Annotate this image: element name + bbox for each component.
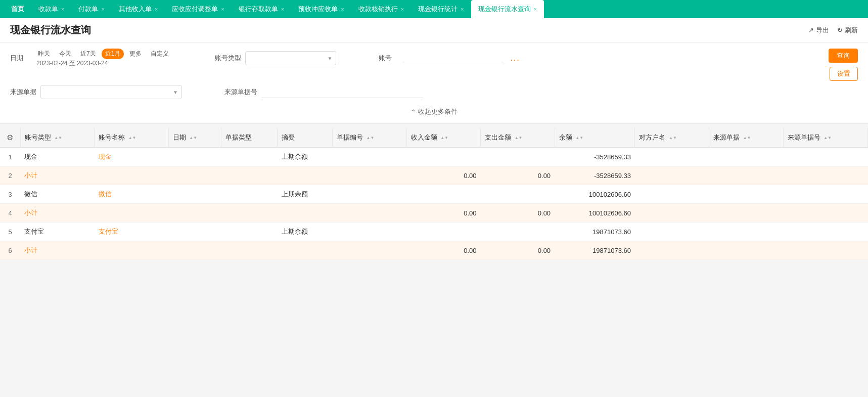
nav-tab-fukuan[interactable]: 付款单 × [71,0,111,18]
sort-icons[interactable]: ▲▼ [824,136,832,140]
td-doc-type [221,204,278,223]
th-account-name-label: 账号名称 [99,134,125,141]
td-balance: 100102606.60 [555,204,635,223]
th-source-doc: 来源单据 ▲▼ [709,128,784,148]
close-icon[interactable]: × [461,0,464,18]
td-id: 2 [0,166,20,185]
collapse-button[interactable]: ⌃ 收起更多条件 [410,107,458,116]
settings-button[interactable]: 设置 [830,67,858,81]
sort-icons[interactable]: ▲▼ [54,136,62,140]
nav-tab-yingshouyingfu[interactable]: 应收应付调整单 × [165,0,231,18]
th-gear: ⚙ [0,128,20,148]
nav-tab-qitashourucdan[interactable]: 其他收入单 × [112,0,165,18]
td-summary: 上期余额 [278,185,333,204]
td-balance: -3528659.33 [555,148,635,166]
export-button[interactable]: ↗ 导出 [808,26,829,35]
collapse-label: 收起更多条件 [418,107,458,116]
td-summary: 上期余额 [278,223,333,241]
account-dots-button[interactable]: ... [510,54,520,63]
th-balance: 余额 ▲▼ [555,128,635,148]
sort-icons[interactable]: ▲▼ [367,136,375,140]
td-income [406,223,481,241]
refresh-button[interactable]: ↻ 刷新 [837,26,858,35]
sort-icons[interactable]: ▲▼ [743,136,751,140]
td-summary [278,241,333,260]
td-source-doc [709,148,784,166]
td-counterpart [635,241,709,260]
th-source-doc-label: 来源单据 [713,134,740,141]
table-row[interactable]: 6 小计 0.00 0.00 19871073.60 [0,241,868,260]
td-source-doc-no [783,148,867,166]
td-source-doc-no [783,241,867,260]
sort-icons[interactable]: ▲▼ [189,136,197,140]
th-account-name: 账号名称 ▲▼ [95,128,169,148]
account-type-select[interactable] [245,51,336,65]
query-button[interactable]: 查询 [829,49,858,63]
nav-tab-yushouying[interactable]: 预收冲应收单 × [291,0,351,18]
td-income [406,148,481,166]
sort-icons[interactable]: ▲▼ [515,136,523,140]
td-balance: 19871073.60 [555,223,635,241]
sort-icons[interactable]: ▲▼ [575,136,583,140]
date-1month[interactable]: 近1月 [102,49,124,59]
table-row[interactable]: 5 支付宝 支付宝 上期余额 19871073.60 [0,223,868,241]
nav-tab-label: 应收应付调整单 [172,0,218,18]
td-expense: 0.00 [481,204,555,223]
sort-icons[interactable]: ▲▼ [669,136,677,140]
th-doc-no: 单据编号 ▲▼ [332,128,406,148]
nav-tab-liushui[interactable]: 现金银行流水查询 × [471,0,544,18]
date-7days[interactable]: 近7天 [77,49,100,59]
date-custom[interactable]: 自定义 [147,49,172,59]
td-date [168,223,221,241]
page-title: 现金银行流水查询 [10,23,91,37]
td-doc-no [332,185,406,204]
nav-tab-xianjinyinhang[interactable]: 现金银行统计 × [411,0,471,18]
close-icon[interactable]: × [155,0,158,18]
td-counterpart [635,148,709,166]
close-icon[interactable]: × [101,0,104,18]
td-counterpart [635,166,709,185]
td-source-doc [709,223,784,241]
date-more[interactable]: 更多 [126,49,145,59]
nav-home[interactable]: 首页 [4,0,31,18]
td-account-name [95,166,169,185]
date-yesterday[interactable]: 昨天 [34,49,54,59]
account-input[interactable] [403,52,504,64]
td-doc-no [332,204,406,223]
td-doc-type [221,223,278,241]
date-today[interactable]: 今天 [56,49,75,59]
td-counterpart [635,223,709,241]
gear-icon[interactable]: ⚙ [7,133,13,142]
close-icon[interactable]: × [534,0,537,18]
source-doc-select[interactable] [40,85,182,99]
td-account-type: 支付宝 [20,223,95,241]
table-row[interactable]: 2 小计 0.00 0.00 -3528659.33 [0,166,868,185]
account-type-label: 账号类型 [215,54,241,63]
close-icon[interactable]: × [341,0,344,18]
td-income: 0.00 [406,241,481,260]
table-row[interactable]: 4 小计 0.00 0.00 100102606.60 [0,204,868,223]
close-icon[interactable]: × [281,0,284,18]
sort-icons[interactable]: ▲▼ [440,136,448,140]
td-date [168,166,221,185]
sort-icons[interactable]: ▲▼ [128,136,136,140]
td-id: 1 [0,148,20,166]
close-icon[interactable]: × [401,0,404,18]
nav-tab-shoukuan[interactable]: 收款单 × [31,0,71,18]
nav-tab-shoukuanhexiao[interactable]: 收款核销执行 × [351,0,411,18]
date-range-display: 2023-02-24 至 2023-03-24 [36,59,172,68]
nav-tab-label: 银行存取款单 [239,0,278,18]
filter-area: 日期 昨天 今天 近7天 近1月 更多 自定义 2023-02-24 至 202… [0,42,868,124]
nav-tab-label: 预收冲应收单 [298,0,338,18]
close-icon[interactable]: × [61,0,64,18]
table-row[interactable]: 3 微信 微信 上期余额 100102606.60 [0,185,868,204]
td-summary: 上期余额 [278,148,333,166]
nav-tab-yinhangcunqukuan[interactable]: 银行存取款单 × [232,0,291,18]
td-source-doc [709,241,784,260]
table-row[interactable]: 1 现金 现金 上期余额 -3528659.33 [0,148,868,166]
source-doc-label: 来源单据 [10,87,36,97]
close-icon[interactable]: × [221,0,224,18]
source-doc-no-input[interactable] [261,86,423,98]
account-label: 账号 [379,54,399,63]
page-header: 现金银行流水查询 ↗ 导出 ↻ 刷新 [0,18,868,42]
